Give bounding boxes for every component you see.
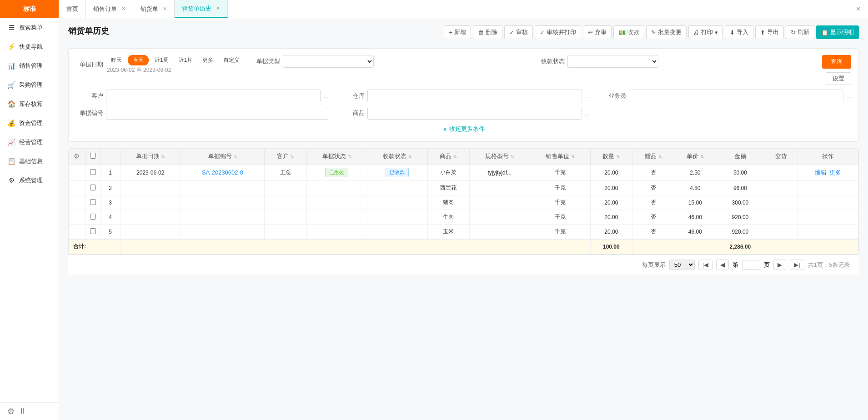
warehouse-input[interactable] [367, 90, 582, 102]
set-button[interactable]: 设置 [826, 72, 851, 85]
tab-sales-delivery-close[interactable]: ✕ [163, 6, 167, 12]
page-first-button[interactable]: |◀ [698, 260, 712, 270]
cell-doc-date [120, 195, 181, 210]
col-amount-label: 金额 [734, 153, 746, 160]
staff-dots[interactable]: ... [846, 93, 851, 100]
export-button[interactable]: ⬆ 导出 [755, 25, 784, 39]
sidebar-item-search-menu[interactable]: ☰ 搜索菜单 [0, 18, 59, 37]
row-checkbox[interactable] [90, 228, 96, 234]
sidebar-item-ops-mgmt[interactable]: 📈 经营管理 [0, 133, 59, 152]
print-dropdown-icon: ▾ [715, 29, 718, 36]
date-btn-last7[interactable]: 近1周 [151, 55, 173, 65]
col-doc-date[interactable]: 单据日期 ⇅ [120, 149, 181, 165]
tab-sales-delivery[interactable]: 销货单 ✕ [133, 0, 175, 18]
col-doc-status[interactable]: 单据状态 ⇅ [306, 149, 367, 165]
date-btn-custom[interactable]: 自定义 [219, 55, 244, 65]
cell-action [798, 181, 858, 195]
delete-button[interactable]: 🗑 删除 [473, 25, 502, 39]
edit-link[interactable]: 编辑 [815, 169, 827, 176]
page-last-button[interactable]: ▶| [790, 260, 804, 270]
col-action-label: 操作 [822, 153, 834, 160]
row-checkbox[interactable] [90, 169, 96, 175]
page-prev-button[interactable]: ◀ [716, 260, 729, 270]
customer-dots[interactable]: ... [323, 93, 328, 100]
date-label: 单据日期 [76, 60, 103, 69]
cell-settings [69, 165, 85, 181]
doc-no-link[interactable]: SA-20230602-0 [202, 169, 243, 176]
show-detail-button[interactable]: 📋 显示明细 [816, 25, 859, 39]
col-spec-type[interactable]: 规格型号 ⇅ [469, 149, 530, 165]
date-btn-yesterday[interactable]: 昨天 [107, 55, 126, 65]
abandon-button[interactable]: ↩ 弃审 [583, 25, 612, 39]
goods-input[interactable] [367, 107, 582, 120]
doc-status-badge: 已生效 [325, 168, 348, 177]
query-button[interactable]: 查询 [822, 55, 851, 69]
more-link[interactable]: 更多 [829, 169, 841, 176]
sidebar-item-sales-mgmt[interactable]: 📊 销售管理 [0, 56, 59, 75]
tab-home-label: 首页 [66, 5, 78, 13]
cell-row-num: 2 [100, 181, 120, 195]
staff-input[interactable] [629, 90, 843, 102]
sidebar-item-basic-info[interactable]: 📋 基础信息 [0, 152, 59, 171]
review-print-button[interactable]: ✓ 审核并打印 [535, 25, 581, 39]
refresh-button[interactable]: ↻ 刷新 [786, 25, 814, 39]
warehouse-dots[interactable]: ... [585, 93, 590, 100]
doc-no-label: 单据编号 [76, 109, 103, 117]
tab-sales-order[interactable]: 销售订单 ✕ [86, 0, 133, 18]
collect-status-select[interactable] [567, 55, 658, 68]
import-button[interactable]: ⬇ 导入 [725, 25, 753, 39]
tab-bar-close-all[interactable]: ✕ [848, 5, 868, 12]
cell-action: 编辑更多 [798, 165, 858, 181]
sidebar-item-quick-nav[interactable]: ⚡ 快捷导航 [0, 37, 59, 56]
add-button[interactable]: + 新增 [444, 25, 471, 39]
pause-icon[interactable]: ⏸ [18, 406, 26, 416]
sys-mgmt-icon: ⚙ [7, 176, 15, 185]
page-size-select[interactable]: 20 50 100 [669, 260, 695, 270]
tab-sales-order-close[interactable]: ✕ [121, 6, 125, 12]
page-title: 销货单历史 [68, 25, 109, 36]
tab-bar: 首页 销售订单 ✕ 销货单 ✕ 销货单历史 ✕ ✕ [59, 0, 868, 18]
collect-button[interactable]: 💵 收款 [613, 25, 644, 39]
col-customer[interactable]: 客户 ⇅ [265, 149, 306, 165]
table-settings-icon[interactable]: ⚙ [74, 152, 80, 160]
cell-collect-status [367, 210, 427, 225]
col-doc-no[interactable]: 单据编号 ⇅ [181, 149, 265, 165]
collapse-button[interactable]: ∧ 收起更多条件 [76, 123, 851, 135]
page-next-button[interactable]: ▶ [773, 260, 786, 270]
row-checkbox[interactable] [90, 185, 96, 190]
col-doc-no-label: 单据编号 [208, 152, 232, 160]
sidebar-item-inventory[interactable]: 🏠 库存核算 [0, 95, 59, 114]
row-checkbox[interactable] [90, 199, 96, 205]
date-btn-today[interactable]: 今天 [128, 55, 149, 65]
col-quantity[interactable]: 数量 ⇅ [590, 149, 632, 165]
col-gift[interactable]: 赠品 ⇅ [632, 149, 674, 165]
tab-sales-history[interactable]: 销货单历史 ✕ [175, 0, 228, 18]
doc-no-input[interactable] [106, 107, 328, 120]
doc-type-select[interactable] [283, 55, 374, 68]
col-collect-status[interactable]: 收款状态 ⇅ [367, 149, 427, 165]
sidebar-item-finance-mgmt[interactable]: 💰 资金管理 [0, 114, 59, 133]
col-unit-price[interactable]: 单价 ⇅ [674, 149, 716, 165]
batch-change-button[interactable]: ✎ 批量变更 [646, 25, 687, 39]
customer-input[interactable] [106, 90, 321, 102]
goods-dots[interactable]: ... [585, 110, 590, 117]
date-btn-last-month[interactable]: 近1月 [175, 55, 197, 65]
select-all-checkbox[interactable] [90, 153, 96, 159]
settings-bottom-icon[interactable]: ⚙ [7, 406, 15, 416]
sidebar-item-purchase-mgmt[interactable]: 🛒 采购管理 [0, 75, 59, 95]
table-row: 3猪肉千克20.00否15.00300.00 [69, 195, 858, 210]
date-btn-more[interactable]: 更多 [198, 55, 217, 65]
row-checkbox[interactable] [90, 214, 96, 220]
review-button[interactable]: ✓ 审核 [504, 25, 533, 39]
page-input[interactable]: 1 [742, 260, 760, 270]
print-button[interactable]: 🖨 打印 ▾ [688, 25, 723, 39]
col-sales-unit[interactable]: 销售单位 ⇅ [530, 149, 590, 165]
col-goods[interactable]: 商品 ⇅ [427, 149, 469, 165]
tab-sales-history-close[interactable]: ✕ [216, 5, 220, 11]
purchase-mgmt-icon: 🛒 [7, 81, 15, 89]
collect-icon: 💵 [618, 29, 626, 36]
sidebar-item-sys-mgmt[interactable]: ⚙ 系统管理 [0, 171, 59, 190]
tab-home[interactable]: 首页 [59, 0, 86, 18]
footer-last-cols [764, 239, 858, 254]
cell-settings [69, 181, 85, 195]
